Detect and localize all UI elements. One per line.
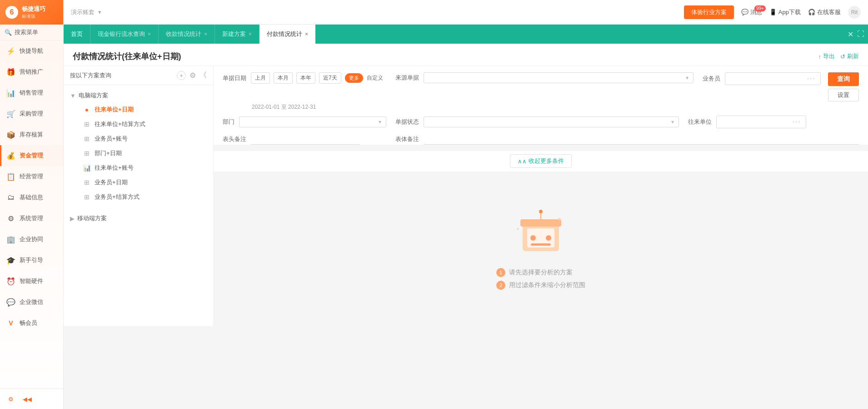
date-custom-label[interactable]: 自定义 [367,74,383,82]
scheme-item-unit-settle[interactable]: ⊞ 往来单位+结算方式 [70,117,207,131]
scheme-section-desktop-title[interactable]: ▼ 电脑端方案 [70,89,207,102]
header-note-group: 表头备注 [223,134,386,145]
scheme-item-label: 业务员+结算方式 [95,193,140,201]
tab-payment-stats[interactable]: 付款情况统计 × [259,25,315,44]
trial-btn[interactable]: 体验行业方案 [684,5,734,19]
tab-new-scheme-close[interactable]: × [249,31,252,37]
doc-status-select[interactable]: ▾ [424,116,679,127]
scheme-section-mobile-title[interactable]: ▶ 移动端方案 [70,212,207,225]
sidebar-item-basic[interactable]: 🗂 基础信息 [0,187,63,208]
source-filter-label: 来源单据 [395,74,419,82]
empty-texts: 1 请先选择要分析的方案 2 用过滤条件来缩小分析范围 [496,268,585,290]
scheme-item-unit-account[interactable]: 📊 往来单位+账号 [70,161,207,175]
related-unit-select[interactable]: ··· [716,116,806,128]
tab-close-all-btn[interactable]: ✕ [848,30,853,39]
sidebar-item-operations[interactable]: 📋 经营管理 [0,166,63,187]
tab-home[interactable]: 首页 [64,25,90,44]
refresh-btn[interactable]: ↺ 刷新 [840,52,859,61]
dept-select[interactable]: ▾ [239,116,386,127]
date-btn-last-7[interactable]: 近7天 [319,72,341,84]
mobile-section-label: 移动端方案 [77,214,107,222]
desktop-section-label: 电脑端方案 [79,91,108,100]
refresh-label: 刷新 [847,52,859,61]
body-note-input[interactable] [424,134,859,145]
sidebar-search-btn[interactable]: 🔍 搜索菜单 [0,25,63,40]
tab-fullscreen-btn[interactable]: ⛶ [857,30,864,38]
right-content: 单据日期 上月 本月 本年 近7天 更多 自定义 [214,66,868,326]
scheme-item-staff-account[interactable]: ⊞ 业务员+账号 [70,131,207,146]
sidebar-item-sales[interactable]: 📊 销售管理 [0,82,63,103]
sidebar-item-label: 快捷导航 [20,47,43,55]
date-btn-last-month[interactable]: 上月 [251,72,270,84]
scheme-icon-staff-date: ⊞ [83,178,91,187]
marketing-icon: 🎁 [6,67,16,77]
tab-collection-stats[interactable]: 收款情况统计 × [159,25,215,44]
tab-home-label: 首页 [71,30,83,38]
sidebar-item-label: 基础信息 [20,193,43,202]
left-panel-collapse-btn[interactable]: 《 [200,71,207,80]
date-options: 上月 本月 本年 近7天 更多 自定义 [251,72,383,84]
scheme-item-staff-date[interactable]: ⊞ 业务员+日期 [70,175,207,190]
header-note-input[interactable] [251,134,360,145]
date-btn-this-month[interactable]: 本月 [274,72,293,84]
sidebar-item-finance[interactable]: 💰 资金管理 [0,145,63,166]
sidebar-item-inventory[interactable]: 📦 库存核算 [0,124,63,145]
user-avatar[interactable]: Rit [848,6,861,19]
sidebar-item-system[interactable]: ⚙ 系统管理 [0,208,63,229]
tab-new-scheme[interactable]: 新建方案 × [215,25,259,44]
online-service-btn[interactable]: 🎧 在线客服 [808,8,841,16]
left-panel-add-btn[interactable]: + [177,71,186,80]
messages-badge: 99+ [754,5,766,11]
date-btn-this-year[interactable]: 本年 [296,72,315,84]
scheme-section-desktop: ▼ 电脑端方案 ● 往来单位+日期 ⊞ 往来单位+结算方式 [64,85,213,208]
tab-payment-stats-close[interactable]: × [305,31,308,37]
doc-status-label: 单据状态 [395,118,419,126]
sidebar-item-enterprise[interactable]: 🏢 企业协同 [0,229,63,250]
dropdown-icon[interactable]: ▾ [98,9,101,15]
app-download-btn[interactable]: 📱 App下载 [769,8,801,16]
wechat-icon: 💬 [6,297,16,307]
query-button[interactable]: 查询 [828,72,859,86]
sidebar-item-label: 系统管理 [20,214,43,222]
scheme-item-staff-settle[interactable]: ⊞ 业务员+结算方式 [70,190,207,204]
scheme-item-dept-date[interactable]: ⊞ 部门+日期 [70,146,207,161]
tab-collection-stats-close[interactable]: × [204,31,207,37]
enterprise-icon: 🏢 [6,234,16,244]
source-select[interactable]: ▾ [424,72,693,83]
filter-settings-btn[interactable]: 设置 [828,89,859,101]
sidebar-item-quick-nav[interactable]: ⚡ 快捷导航 [0,40,63,61]
sidebar-collapse-btn[interactable]: ◀◀ [21,393,34,405]
svg-point-3 [530,235,536,241]
dept-filter-label: 部门 [223,118,234,126]
collapse-more-btn[interactable]: ∧∧ 收起更多条件 [510,154,572,168]
content-area: 付款情况统计(往来单位+日期) ↑ 导出 ↺ 刷新 按 [64,44,868,409]
app-download-label: App下载 [778,8,801,16]
sidebar-item-member[interactable]: V 畅会员 [0,313,63,333]
app-icon: 📱 [769,9,777,15]
sidebar-item-wechat[interactable]: 💬 企业微信 [0,292,63,313]
sidebar-item-guide[interactable]: 🎓 新手引导 [0,250,63,271]
export-btn[interactable]: ↑ 导出 [818,52,835,61]
query-btn-group: 查询 设置 [828,72,859,101]
sidebar-item-marketing[interactable]: 🎁 营销推广 [0,61,63,82]
scheme-item-unit-date[interactable]: ● 往来单位+日期 [70,102,207,117]
messages-btn[interactable]: 💬 消息 99+ [741,8,762,16]
sidebar-item-purchase[interactable]: 🛒 采购管理 [0,103,63,124]
empty-state: ✦ ✦ 1 请先选择要分析的方案 2 用过滤条件来缩小分析范围 [214,172,868,326]
staff-select[interactable]: ··· [725,72,821,85]
staff-filter-group: 业务员 ··· [693,72,821,85]
tab-bank-flow-close[interactable]: × [148,31,151,37]
main-body: 按以下方案查询 + ⚙ 《 ▼ 电脑端方案 [64,66,868,326]
messages-icon: 💬 [741,9,748,15]
svg-text:✦: ✦ [516,227,519,232]
related-unit-label: 往来单位 [688,118,712,126]
export-label: 导出 [823,52,835,61]
sidebar-settings-btn[interactable]: ⚙ [5,393,17,405]
tab-bank-flow[interactable]: 现金银行流水查询 × [90,25,159,44]
date-btn-more[interactable]: 更多 [345,73,363,83]
scheme-section-mobile: ▶ 移动端方案 [64,208,213,229]
dept-filter-group: 部门 ▾ [223,116,386,127]
left-panel-settings-btn[interactable]: ⚙ [190,71,196,80]
sidebar-item-hardware[interactable]: ⏰ 智能硬件 [0,271,63,292]
scheme-icon-unit-date: ● [83,106,91,114]
